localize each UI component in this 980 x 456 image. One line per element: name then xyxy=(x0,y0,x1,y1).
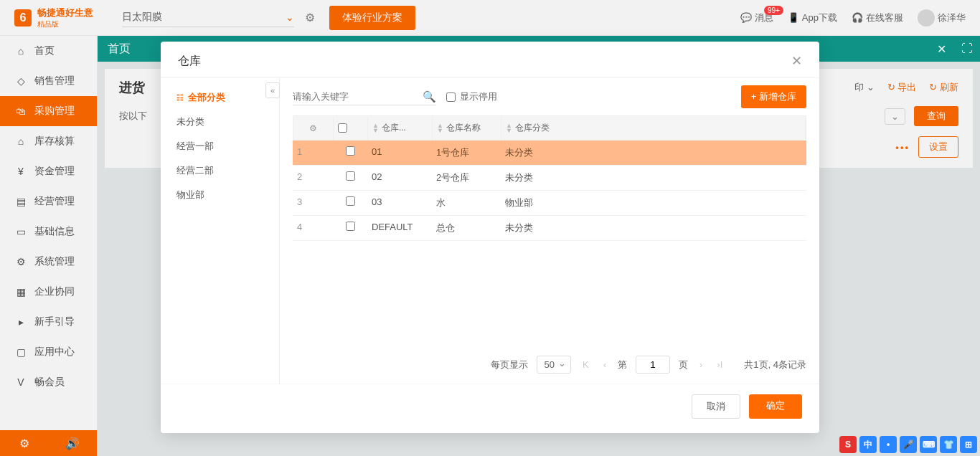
show-disabled-label: 显示停用 xyxy=(460,90,497,103)
page-input[interactable] xyxy=(636,356,670,374)
gear-column[interactable]: ⚙ xyxy=(293,116,334,140)
row-name: 水 xyxy=(432,191,501,215)
grid-header: ⚙ ▲▼ 仓库... ▲▼ 仓库名称 ▲▼ 仓库分类 xyxy=(293,115,806,141)
row-name: 2号仓库 xyxy=(432,166,501,190)
page-pre-label: 第 xyxy=(618,358,627,371)
table-row[interactable]: 4DEFAULT总仓未分类 xyxy=(293,216,806,241)
category-item[interactable]: 未分类 xyxy=(161,110,279,134)
prev-page-icon[interactable]: ‹ xyxy=(600,359,609,370)
new-warehouse-button[interactable]: + 新增仓库 xyxy=(741,85,806,108)
row-code: 02 xyxy=(367,166,432,190)
row-name: 总仓 xyxy=(432,216,501,240)
row-index: 3 xyxy=(293,191,333,215)
warehouse-modal: 仓库 ✕ « 全部分类 未分类经营一部经营二部物业部 🔍 显示停用 + 新增仓库 xyxy=(161,42,819,433)
select-all-checkbox[interactable] xyxy=(338,123,347,133)
ime-item[interactable]: ⌨ xyxy=(920,436,937,453)
row-checkbox[interactable] xyxy=(346,196,355,206)
collapse-icon[interactable]: « xyxy=(265,82,280,98)
show-disabled-toggle[interactable]: 显示停用 xyxy=(446,90,497,103)
row-category: 物业部 xyxy=(501,191,806,215)
search-input[interactable] xyxy=(293,91,423,102)
ime-item[interactable]: ⊞ xyxy=(960,436,977,453)
ime-item[interactable]: S xyxy=(839,436,857,453)
column-code[interactable]: ▲▼ 仓库... xyxy=(368,116,433,140)
row-index: 1 xyxy=(293,141,333,165)
row-code: 01 xyxy=(367,141,432,165)
page-post-label: 页 xyxy=(679,358,688,371)
table-row[interactable]: 303水物业部 xyxy=(293,191,806,216)
column-category[interactable]: ▲▼ 仓库分类 xyxy=(501,116,806,140)
category-item[interactable]: 物业部 xyxy=(161,183,279,207)
ime-bar: S中•🎤⌨👕⊞ xyxy=(839,436,977,453)
ime-item[interactable]: 中 xyxy=(859,436,877,453)
table-row[interactable]: 2022号仓库未分类 xyxy=(293,166,806,191)
row-index: 4 xyxy=(293,216,333,240)
per-page-label: 每页显示 xyxy=(491,358,528,371)
close-icon[interactable]: ✕ xyxy=(791,53,802,69)
row-code: DEFAULT xyxy=(367,216,432,240)
table-row[interactable]: 1011号仓库未分类 xyxy=(293,141,806,166)
ime-item[interactable]: 👕 xyxy=(940,436,957,453)
next-page-icon[interactable]: › xyxy=(697,359,705,370)
last-page-icon[interactable]: ›I xyxy=(714,359,725,370)
ime-item[interactable]: 🎤 xyxy=(900,436,917,453)
category-panel: « 全部分类 未分类经营一部经营二部物业部 xyxy=(161,78,280,384)
page-size-select[interactable]: 50 xyxy=(537,356,571,374)
column-name[interactable]: ▲▼ 仓库名称 xyxy=(433,116,501,140)
category-item[interactable]: 经营一部 xyxy=(161,134,279,158)
modal-title: 仓库 xyxy=(178,54,201,69)
row-checkbox[interactable] xyxy=(346,146,355,156)
cancel-button[interactable]: 取消 xyxy=(692,394,740,419)
first-page-icon[interactable]: K xyxy=(580,359,592,370)
pagination-summary: 共1页, 4条记录 xyxy=(744,358,806,371)
pagination: 每页显示 50 K ‹ 第 页 › ›I 共1页, 4条记录 xyxy=(293,241,806,374)
category-item[interactable]: 经营二部 xyxy=(161,158,279,183)
ime-item[interactable]: • xyxy=(880,436,897,453)
table-panel: 🔍 显示停用 + 新增仓库 ⚙ ▲▼ 仓库... ▲▼ 仓库名称 ▲▼ 仓库分类… xyxy=(280,78,819,384)
confirm-button[interactable]: 确定 xyxy=(749,394,802,419)
row-checkbox[interactable] xyxy=(346,171,355,181)
row-category: 未分类 xyxy=(501,166,806,190)
show-disabled-checkbox[interactable] xyxy=(446,92,456,102)
row-name: 1号仓库 xyxy=(432,141,501,165)
search-icon[interactable]: 🔍 xyxy=(423,90,436,103)
row-code: 03 xyxy=(367,191,432,215)
row-category: 未分类 xyxy=(501,141,806,165)
search-input-wrap: 🔍 xyxy=(293,89,436,105)
category-all[interactable]: 全部分类 xyxy=(161,85,279,110)
row-index: 2 xyxy=(293,166,333,190)
row-category: 未分类 xyxy=(501,216,806,240)
row-checkbox[interactable] xyxy=(346,222,355,231)
